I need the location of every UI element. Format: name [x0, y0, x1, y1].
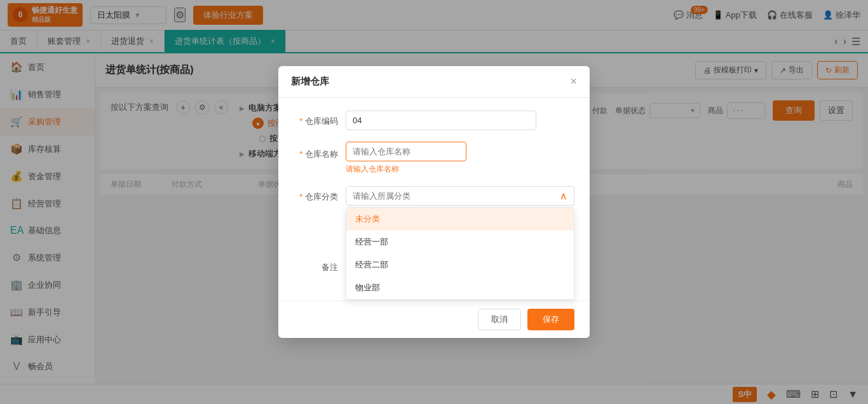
modal-body: 仓库编码 仓库名称 请输入仓库名称 仓库分类	[278, 98, 590, 300]
modal-dialog: 新增仓库 × 仓库编码 仓库名称 请输入仓库名称	[278, 66, 590, 338]
category-dropdown: 未分类 经营一部 经营二部 物业部	[346, 207, 574, 300]
code-input[interactable]	[346, 111, 536, 130]
name-field-row: 仓库名称 请输入仓库名称	[294, 142, 574, 175]
category-input-row: ∧	[346, 186, 574, 206]
code-label: 仓库编码	[294, 111, 338, 127]
name-error-message: 请输入仓库名称	[346, 165, 399, 173]
modal-footer: 取消 保存	[278, 300, 590, 338]
category-input[interactable]	[346, 187, 553, 205]
cancel-button[interactable]: 取消	[478, 309, 521, 330]
name-input[interactable]	[346, 142, 466, 161]
save-button[interactable]: 保存	[527, 309, 574, 330]
modal-close-button[interactable]: ×	[570, 75, 577, 88]
dropdown-item-dept2[interactable]: 经营二部	[346, 253, 574, 276]
category-wrapper: ∧ 未分类 经营一部 经营二部 物业部	[346, 186, 574, 206]
category-field-row: 仓库分类 ∧ 未分类 经营一部 经营二部 物业部	[294, 186, 574, 206]
dropdown-item-property[interactable]: 物业部	[346, 276, 574, 299]
name-error-wrapper: 请输入仓库名称	[294, 164, 399, 175]
dropdown-item-dept1[interactable]: 经营一部	[346, 231, 574, 253]
name-input-wrapper	[346, 142, 466, 161]
modal-overlay[interactable]: 新增仓库 × 仓库编码 仓库名称 请输入仓库名称	[0, 0, 868, 404]
name-label: 仓库名称	[294, 144, 338, 160]
code-field-row: 仓库编码	[294, 111, 574, 130]
dropdown-item-uncategorized[interactable]: 未分类	[346, 208, 574, 231]
category-toggle-button[interactable]: ∧	[553, 190, 574, 202]
category-label: 仓库分类	[294, 186, 338, 203]
modal-title: 新增仓库	[291, 76, 329, 88]
name-field-inner: 仓库名称	[294, 142, 466, 161]
modal-header: 新增仓库 ×	[278, 66, 590, 98]
notes-label: 备注	[294, 257, 338, 273]
